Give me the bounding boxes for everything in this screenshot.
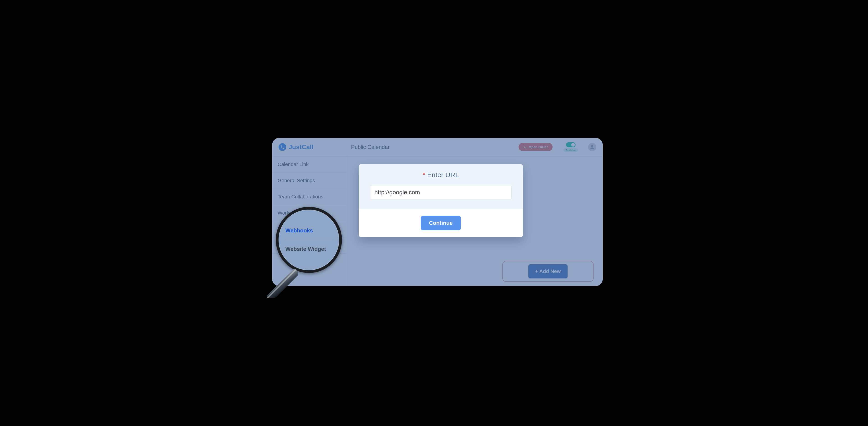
required-mark: * <box>423 172 425 178</box>
enter-url-modal: * Enter URL Continue <box>359 164 523 237</box>
modal-title-text: Enter URL <box>427 171 459 179</box>
modal-title: * Enter URL <box>423 171 459 179</box>
continue-button[interactable]: Continue <box>421 216 461 230</box>
url-input[interactable] <box>370 185 512 200</box>
